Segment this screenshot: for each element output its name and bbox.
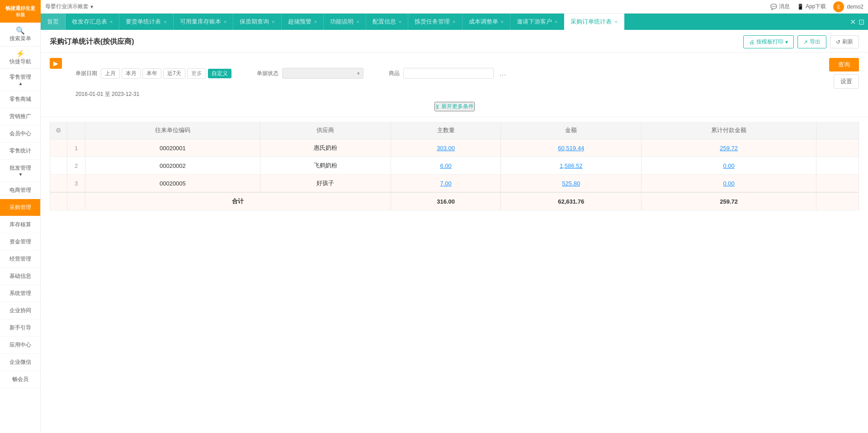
- tab-menu-icon[interactable]: ⊡: [859, 18, 864, 26]
- row2-qty[interactable]: 6.00: [391, 157, 500, 175]
- sidebar-item-guide[interactable]: 新手引导: [0, 319, 40, 337]
- row3-amount[interactable]: 525.80: [501, 175, 642, 193]
- col-paid: 累计付款金额: [642, 122, 816, 139]
- row1-code: 00020001: [85, 139, 260, 157]
- tab-inventory-book[interactable]: 可用量库存账本 ×: [174, 14, 233, 30]
- date-btn-last-month[interactable]: 上月: [101, 68, 120, 79]
- sidebar-item-app-center[interactable]: 应用中心: [0, 337, 40, 354]
- page-actions: 🖨 按模板打印 ▾ ↗ 导出 ↺ 刷新: [743, 35, 859, 48]
- workspace-selector[interactable]: 母婴行业演示账套 ▾: [45, 3, 93, 10]
- tab-invite[interactable]: 邀请下游客户 ×: [510, 14, 564, 30]
- date-btn-this-month[interactable]: 本月: [122, 68, 141, 79]
- message-link[interactable]: 💬 消息: [770, 3, 790, 10]
- tab-purchase-stat[interactable]: 采购订单统计表 ×: [564, 14, 624, 30]
- tab-close-inventory-book[interactable]: ×: [224, 19, 226, 24]
- date-btn-more[interactable]: 更多: [187, 68, 206, 79]
- app-download-icon: 📱: [797, 4, 804, 10]
- tab-goods-stat[interactable]: 要货单统计表 ×: [119, 14, 173, 30]
- export-button[interactable]: ↗ 导出: [797, 35, 826, 48]
- sidebar-item-retail[interactable]: 零售管理 ▲: [0, 69, 40, 91]
- tab-close-receivable[interactable]: ×: [110, 19, 113, 24]
- row3-paid[interactable]: 0.00: [642, 175, 816, 193]
- sidebar-item-operation[interactable]: 经营管理: [0, 251, 40, 268]
- col-amount: 金额: [501, 122, 642, 139]
- col-supplier: 供应商: [260, 122, 391, 139]
- tab-close-all-icon[interactable]: ✕: [850, 18, 856, 26]
- tab-home[interactable]: 首页: [41, 14, 66, 30]
- workspace-dropdown-icon[interactable]: ▾: [90, 4, 93, 10]
- goods-input[interactable]: [403, 68, 494, 79]
- row2-amount[interactable]: 1,586.52: [501, 157, 642, 175]
- footer-settings: [50, 192, 67, 210]
- date-filter: 单据日期 上月 本月 本年 近7天 更多 自定义: [75, 68, 231, 79]
- tab-picking[interactable]: 拣货任务管理 ×: [408, 14, 462, 30]
- user-profile[interactable]: E demo2: [833, 1, 863, 12]
- template-print-button[interactable]: 🖨 按模板打印 ▾: [743, 35, 794, 48]
- tab-close-overstock[interactable]: ×: [314, 19, 317, 24]
- tabbar: 首页 收发存汇总表 × 要货单统计表 × 可用量库存账本 × 保质期查询 × 超…: [41, 14, 868, 30]
- tab-close-invite[interactable]: ×: [555, 19, 557, 24]
- sidebar-item-basics[interactable]: 基础信息: [0, 268, 40, 285]
- status-select[interactable]: [282, 68, 363, 79]
- expand-more-button[interactable]: ⊻ 展开更多条件: [434, 102, 475, 111]
- goods-more-icon[interactable]: …: [499, 69, 506, 77]
- tab-overstock[interactable]: 超储预警 ×: [282, 14, 324, 30]
- page-header: 采购订单统计表(按供应商) 🖨 按模板打印 ▾ ↗ 导出 ↺ 刷新: [41, 30, 868, 52]
- sidebar-item-system[interactable]: 系统管理: [0, 285, 40, 302]
- row3-seq: 3: [67, 175, 85, 193]
- print-icon: 🖨: [749, 39, 755, 45]
- sidebar-item-wechat[interactable]: 企业微信: [0, 354, 40, 371]
- data-table: ⚙ 往来单位编码 供应商 主数量 金额 累计付款金额 1: [50, 122, 859, 210]
- tab-close-func-desc[interactable]: ×: [356, 19, 359, 24]
- tab-receivable[interactable]: 收发存汇总表 ×: [66, 14, 119, 30]
- row3-qty[interactable]: 7.00: [391, 175, 500, 193]
- sidebar-item-shortcut[interactable]: ⚡ 快捷导航: [0, 47, 40, 69]
- expand-toggle-button[interactable]: ▶: [50, 58, 62, 69]
- sidebar-item-marketing[interactable]: 营销推广: [0, 108, 40, 125]
- query-button[interactable]: 查询: [829, 58, 859, 71]
- sidebar-item-retail-mall[interactable]: 零售商城: [0, 91, 40, 108]
- sidebar-item-retail-stat[interactable]: 零售统计: [0, 143, 40, 160]
- col-settings[interactable]: ⚙: [50, 122, 67, 139]
- sidebar-item-ecommerce[interactable]: 电商管理: [0, 182, 40, 199]
- sidebar-item-cooperation[interactable]: 企业协同: [0, 302, 40, 319]
- row1-seq: 1: [67, 139, 85, 157]
- sidebar-item-inventory[interactable]: 库存核算: [0, 216, 40, 233]
- sidebar-item-capital[interactable]: 资金管理: [0, 233, 40, 251]
- row1-paid[interactable]: 259.72: [642, 139, 816, 157]
- tab-close-config[interactable]: ×: [399, 19, 401, 24]
- tab-close-picking[interactable]: ×: [453, 19, 455, 24]
- tab-close-expiry[interactable]: ×: [272, 19, 274, 24]
- column-settings-icon[interactable]: ⚙: [56, 127, 61, 134]
- filter-area: ▶ 单据日期 上月 本月 本年 近7天 更多 自定义: [41, 52, 868, 117]
- sidebar-item-purchase[interactable]: 采购管理: [0, 199, 40, 216]
- row2-paid[interactable]: 0.00: [642, 157, 816, 175]
- row1-empty: [816, 139, 859, 157]
- row2-empty: [816, 157, 859, 175]
- date-custom-badge[interactable]: 自定义: [208, 69, 231, 78]
- refresh-button[interactable]: ↺ 刷新: [830, 35, 859, 48]
- topbar: 母婴行业演示账套 ▾ 💬 消息 📱 App下载 E demo2: [41, 0, 868, 14]
- sidebar-item-search[interactable]: 🔍 搜索菜单: [0, 23, 40, 47]
- date-btn-7days[interactable]: 近7天: [163, 68, 185, 79]
- tab-close-cost-adjust[interactable]: ×: [501, 19, 504, 24]
- col-qty: 主数量: [391, 122, 500, 139]
- sidebar-item-vip[interactable]: 畅会员: [0, 371, 40, 388]
- row1-amount[interactable]: 60,519.44: [501, 139, 642, 157]
- tab-close-purchase-stat[interactable]: ×: [614, 19, 617, 24]
- sidebar-item-wholesale[interactable]: 批发管理 ▼: [0, 160, 40, 182]
- row1-settings: [50, 139, 67, 157]
- sidebar-item-member[interactable]: 会员中心: [0, 125, 40, 143]
- tab-config[interactable]: 配置信息 ×: [366, 14, 408, 30]
- workspace-label: 母婴行业演示账套: [45, 3, 89, 10]
- tab-expiry[interactable]: 保质期查询 ×: [233, 14, 281, 30]
- footer-seq: [67, 192, 85, 210]
- date-quick-buttons: 上月 本月 本年 近7天 更多 自定义: [101, 68, 231, 79]
- tab-cost-adjust[interactable]: 成本调整单 ×: [462, 14, 510, 30]
- tab-func-desc[interactable]: 功能说明 ×: [324, 14, 366, 30]
- row1-qty[interactable]: 303.00: [391, 139, 500, 157]
- date-btn-this-year[interactable]: 本年: [142, 68, 161, 79]
- tab-close-goods-stat[interactable]: ×: [164, 19, 166, 24]
- app-download-link[interactable]: 📱 App下载: [797, 3, 826, 10]
- settings-button[interactable]: 设置: [834, 74, 859, 89]
